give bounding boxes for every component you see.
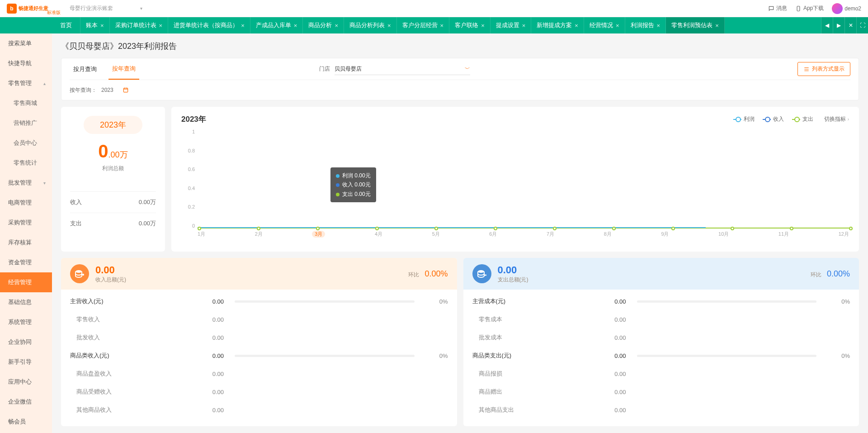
tab-item[interactable]: 零售利润预估表×	[666, 17, 725, 33]
x-tick: 9月	[661, 231, 669, 238]
tab-bar: 首页 账本×采购订单统计表×进货单统计表（按商品）×产成品入库单×商品分析×商品…	[0, 17, 868, 33]
sidebar-item[interactable]: 资金管理	[0, 252, 52, 272]
income-hb-label: 环比	[408, 271, 419, 279]
tab-item[interactable]: 商品分析×	[303, 17, 344, 33]
tab-item[interactable]: 提成设置×	[491, 17, 532, 33]
svg-point-2	[75, 270, 82, 273]
close-icon[interactable]: ×	[241, 22, 245, 29]
tab-item[interactable]: 账本×	[80, 17, 110, 33]
close-icon[interactable]: ×	[294, 22, 297, 29]
summary-income-row: 收入0.00万	[70, 191, 156, 206]
legend-expense[interactable]: 支出	[792, 115, 813, 123]
sidebar-item[interactable]: 会员中心	[0, 133, 52, 153]
tabs-scroll-left[interactable]: ◀	[821, 17, 833, 33]
sidebar-item[interactable]: 企业协同	[0, 332, 52, 352]
logo-text: 畅捷通好生意	[19, 5, 48, 12]
close-icon[interactable]: ×	[575, 22, 578, 29]
sidebar-item[interactable]: 系统管理	[0, 312, 52, 332]
close-icon[interactable]: ×	[387, 22, 391, 29]
breakdown-row: 其他商品收入0.00	[70, 401, 448, 419]
svg-rect-0	[797, 6, 800, 11]
sidebar-item[interactable]: 应用中心	[0, 372, 52, 392]
sidebar-item[interactable]: 库存核算	[0, 233, 52, 252]
tab-by-year[interactable]: 按年查询	[108, 58, 139, 80]
sidebar-item[interactable]: 企业微信	[0, 392, 52, 412]
tabs-close-all[interactable]: ✕	[844, 17, 856, 33]
sidebar-item[interactable]: 零售商城	[0, 93, 52, 113]
expense-total: 0.00	[498, 264, 528, 276]
tab-by-month[interactable]: 按月查询	[70, 58, 100, 80]
sidebar-item[interactable]: 采购管理	[0, 213, 52, 233]
sidebar-item[interactable]: 畅会员	[0, 412, 52, 432]
tab-item[interactable]: 客户分层经营×	[397, 17, 450, 33]
svg-point-3	[478, 270, 484, 273]
x-tick: 5月	[432, 231, 440, 238]
tab-item[interactable]: 经营情况×	[584, 17, 625, 33]
account-selector[interactable]: 母婴行业演示账套 ▾	[70, 5, 142, 12]
list-view-button[interactable]: 列表方式显示	[797, 62, 850, 76]
close-icon[interactable]: ×	[522, 22, 526, 29]
sidebar-retail[interactable]: 零售管理▴	[0, 73, 52, 93]
list-icon	[803, 66, 810, 72]
sidebar-item[interactable]: 经营管理	[0, 272, 52, 292]
sidebar-item[interactable]: 基础信息	[0, 292, 52, 312]
logo[interactable]: b 畅捷通好生意	[7, 4, 50, 14]
year-query-value: 2023	[101, 87, 113, 93]
close-icon[interactable]: ×	[159, 22, 163, 29]
sidebar-item[interactable]: 零售统计	[0, 153, 52, 173]
tab-item[interactable]: 商品分析列表×	[344, 17, 397, 33]
tab-item[interactable]: 进货单统计表（按商品）×	[168, 17, 250, 33]
sidebar-search[interactable]: 搜索菜单	[0, 33, 52, 53]
progress-bar	[637, 300, 817, 303]
sidebar-item[interactable]: 电商管理	[0, 193, 52, 213]
tab-home[interactable]: 首页	[52, 17, 80, 33]
tab-item[interactable]: 产成品入库单×	[250, 17, 303, 33]
close-icon[interactable]: ×	[715, 22, 719, 29]
legend-profit[interactable]: 利润	[733, 115, 755, 123]
x-tick: 8月	[604, 231, 612, 238]
expense-panel: 0.00 支出总额(元) 环比 0.00% 主营成本(元)0.000%零售成本0…	[463, 258, 859, 426]
switch-indicator-button[interactable]: 切换指标 ›	[824, 115, 849, 123]
calendar-icon[interactable]	[123, 87, 129, 93]
edition-badge: 标准版	[47, 10, 61, 16]
tab-item[interactable]: 采购订单统计表×	[110, 17, 169, 33]
sidebar-item[interactable]: 新手引导	[0, 352, 52, 372]
close-icon[interactable]: ×	[100, 22, 104, 29]
chart-plot[interactable]: 10.80.60.40.20 1月2月3月4月5月6月7月8月9月10月11月1…	[181, 129, 849, 238]
close-icon[interactable]: ×	[481, 22, 485, 29]
x-tick: 4月	[375, 231, 382, 238]
caret-down-icon: ▾	[43, 181, 46, 186]
close-icon[interactable]: ×	[616, 22, 619, 29]
sidebar-wholesale[interactable]: 批发管理▾	[0, 173, 52, 193]
user-menu[interactable]: demo2	[832, 3, 861, 14]
avatar	[832, 3, 843, 14]
fullscreen-button[interactable]: ⛶	[856, 17, 868, 33]
x-tick: 12月	[839, 231, 849, 238]
sidebar-quicknav[interactable]: 快捷导航	[0, 53, 52, 73]
account-name: 母婴行业演示账套	[70, 5, 113, 12]
expense-hb-value: 0.00%	[827, 269, 850, 279]
close-icon[interactable]: ×	[657, 22, 660, 29]
tab-item[interactable]: 利润报告×	[625, 17, 666, 33]
message-icon	[768, 5, 774, 12]
year-query-label: 按年查询：	[70, 86, 97, 94]
query-toolbar: 按月查询 按年查询 门店 贝贝母婴店 ﹀ 列表方式显示	[61, 58, 859, 100]
trend-chart-card: 2023年 利润 收入 支出 切换指标 › 10.80.60.40.20	[171, 107, 859, 252]
breakdown-row: 商品报损0.00	[472, 365, 850, 383]
close-icon[interactable]: ×	[440, 22, 444, 29]
breakdown-row: 零售成本0.00	[472, 310, 850, 328]
app-download-button[interactable]: App下载	[795, 5, 824, 12]
sidebar-item[interactable]: 营销推广	[0, 113, 52, 133]
page-title: 《贝贝母婴店》2023年利润报告	[61, 41, 859, 52]
close-icon[interactable]: ×	[335, 22, 338, 29]
profit-summary-card: 2023年 0.00万 利润总额 收入0.00万 支出0.00万	[61, 107, 165, 252]
breakdown-row: 批发收入0.00	[70, 328, 448, 347]
legend-income[interactable]: 收入	[763, 115, 784, 123]
chart-x-axis: 1月2月3月4月5月6月7月8月9月10月11月12月	[198, 231, 849, 238]
messages-button[interactable]: 消息	[768, 5, 787, 12]
tab-item[interactable]: 新增提成方案×	[531, 17, 584, 33]
store-selector[interactable]: 贝贝母婴店 ﹀	[335, 63, 470, 75]
tabs-scroll-right[interactable]: ▶	[833, 17, 844, 33]
tab-item[interactable]: 客户联络×	[449, 17, 491, 33]
store-label: 门店	[319, 65, 330, 73]
